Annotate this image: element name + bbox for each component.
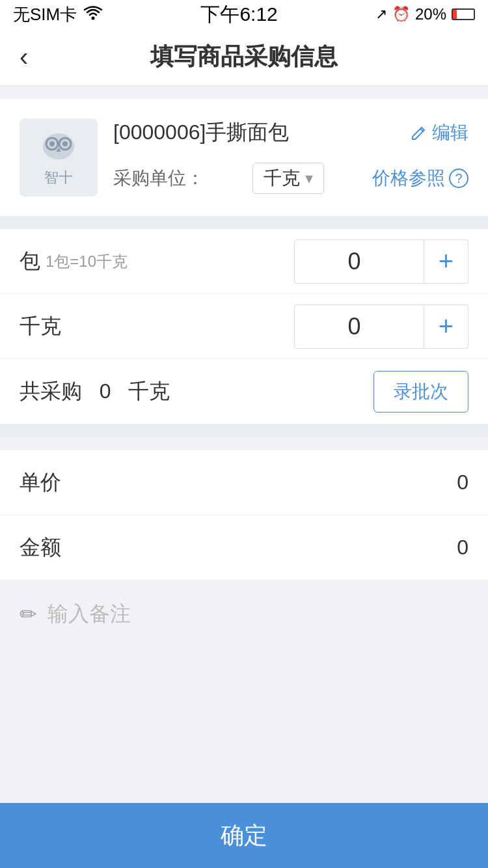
unit-price-label: 单价 xyxy=(20,468,61,497)
status-time: 下午6:12 xyxy=(200,1,277,28)
back-button[interactable]: ‹ xyxy=(20,42,28,72)
unit-label: 采购单位： xyxy=(113,166,204,191)
svg-point-5 xyxy=(62,141,68,146)
total-row: 共采购 0 千克 录批次 xyxy=(0,359,488,424)
kg-input-row: 千克 + xyxy=(0,294,488,359)
price-info-section: 单价 0 金额 0 xyxy=(0,450,488,580)
nav-bar: ‹ 填写商品采购信息 xyxy=(0,29,488,86)
svg-point-0 xyxy=(92,16,95,20)
confirm-button[interactable]: 确定 xyxy=(0,803,488,868)
svg-point-3 xyxy=(49,141,55,146)
unit-price-value: 0 xyxy=(457,470,468,495)
price-ref-label: 价格参照 xyxy=(372,166,445,191)
amount-label: 金额 xyxy=(20,534,61,562)
remark-input[interactable]: 输入备注 xyxy=(47,600,131,629)
product-name: [0000006]手撕面包 xyxy=(113,118,289,147)
battery-icon xyxy=(452,8,475,20)
section-divider-2 xyxy=(0,424,488,437)
section-divider-1 xyxy=(0,216,488,229)
batch-button[interactable]: 录批次 xyxy=(373,371,468,413)
kg-input[interactable] xyxy=(294,305,424,349)
amount-value: 0 xyxy=(457,536,468,560)
edit-button[interactable]: 编辑 xyxy=(410,120,468,145)
bao-input[interactable] xyxy=(294,239,424,284)
alarm-icon: ⏰ xyxy=(392,6,410,23)
dropdown-icon: ▾ xyxy=(305,169,313,187)
unit-value: 千克 xyxy=(264,166,300,191)
remark-icon: ✏ xyxy=(20,602,37,627)
bao-plus-button[interactable]: + xyxy=(424,239,468,284)
unit-select[interactable]: 千克 ▾ xyxy=(252,163,324,194)
price-ref-button[interactable]: 价格参照 ? xyxy=(372,166,468,191)
amount-row: 金额 0 xyxy=(0,515,488,580)
location-icon: ↗ xyxy=(375,6,387,23)
status-right: ↗ ⏰ 20% xyxy=(375,5,475,23)
product-logo-label: 智十 xyxy=(44,168,73,187)
wifi-icon xyxy=(83,5,103,25)
page-title: 填写商品采购信息 xyxy=(150,41,338,73)
status-bar: 无SIM卡 下午6:12 ↗ ⏰ 20% xyxy=(0,0,488,29)
price-ref-help-icon: ? xyxy=(449,169,468,188)
kg-label: 千克 xyxy=(20,312,61,341)
edit-label: 编辑 xyxy=(432,120,468,145)
remark-section[interactable]: ✏ 输入备注 xyxy=(0,580,488,648)
kg-plus-button[interactable]: + xyxy=(424,305,468,349)
bao-sublabel: 1包=10千克 xyxy=(46,251,128,272)
status-left: 无SIM卡 xyxy=(13,3,103,26)
confirm-label: 确定 xyxy=(221,820,267,852)
unit-price-row: 单价 0 xyxy=(0,450,488,515)
product-info: [0000006]手撕面包 编辑 采购单位： 千克 ▾ 价格参照 ? xyxy=(113,118,468,194)
carrier-text: 无SIM卡 xyxy=(13,3,77,26)
product-card: 智十 [0000006]手撕面包 编辑 采购单位： 千克 ▾ 价格参照 ? xyxy=(0,99,488,216)
bao-label: 包 xyxy=(20,247,40,276)
input-section: 包 1包=10千克 + 千克 + 共采购 0 千克 录批次 xyxy=(0,229,488,424)
total-label: 共采购 0 千克 xyxy=(20,377,170,406)
product-logo-icon xyxy=(39,128,78,165)
bao-input-row: 包 1包=10千克 + xyxy=(0,229,488,294)
product-image: 智十 xyxy=(20,118,98,197)
battery-percent: 20% xyxy=(415,5,446,23)
